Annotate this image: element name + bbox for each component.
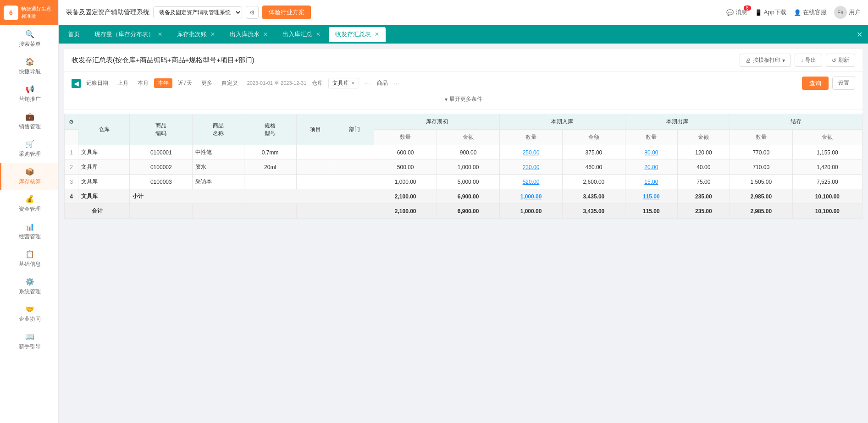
row-out-qty[interactable]: 80.00 <box>625 145 677 160</box>
sidebar-item-search[interactable]: 🔍搜索菜单 <box>0 25 58 53</box>
user-item[interactable]: Ea 用户 <box>834 6 861 19</box>
expand-down-icon: ▾ <box>445 96 448 103</box>
tab-bar-close[interactable]: ✕ <box>853 30 866 39</box>
tab-close-stock_summary[interactable]: ✕ <box>375 31 379 38</box>
subtotal-bal-amt: 10,100.00 <box>792 189 862 204</box>
row-out-amt: 40.00 <box>677 160 730 175</box>
app-download-item[interactable]: 📱 App下载 <box>755 8 786 16</box>
warehouse-dots[interactable]: ··· <box>365 80 371 87</box>
setting-button[interactable]: 设置 <box>832 77 855 90</box>
tab-stock_summary[interactable]: 收发存汇总表✕ <box>329 27 386 42</box>
date-btn-more[interactable]: 更多 <box>198 78 216 88</box>
expand-conditions-button[interactable]: ▾ 展开更多条件 <box>445 95 482 103</box>
row-out-qty[interactable]: 15.00 <box>625 175 677 189</box>
print-button[interactable]: 🖨 按模板打印 ▾ <box>740 54 791 67</box>
sidebar-item-finance[interactable]: 💰资金管理 <box>0 190 58 218</box>
sidebar-item-label: 企业协同 <box>19 315 41 323</box>
tab-inout_flow[interactable]: 出入库流水✕ <box>223 27 274 42</box>
row-open-qty: 600.00 <box>374 145 437 160</box>
sidebar-item-purchase[interactable]: 🛒采购管理 <box>0 135 58 163</box>
page-content: 收发存汇总表(按仓库+商品编码+商品+规格型号+项目+部门) 🖨 按模板打印 ▾… <box>59 44 868 423</box>
date-btn-this-month[interactable]: 本月 <box>134 78 152 88</box>
online-service-item[interactable]: 👤 在线客服 <box>794 8 827 16</box>
row-in-qty[interactable]: 250.00 <box>500 145 563 160</box>
row-num: 1 <box>65 145 78 160</box>
date-btn-this-year[interactable]: 本年 <box>154 78 172 88</box>
tab-home[interactable]: 首页 <box>61 27 86 42</box>
date-btn-7days[interactable]: 近7天 <box>174 78 196 88</box>
tab-close-inout_flow[interactable]: ✕ <box>263 31 268 38</box>
sidebar-item-label: 搜索菜单 <box>19 40 41 48</box>
sidebar-item-quick[interactable]: 🏠快捷导航 <box>0 53 58 80</box>
sidebar-item-label: 新手引导 <box>19 343 41 351</box>
sidebar-item-marketing[interactable]: 📢营销推广 <box>0 80 58 108</box>
table-area: ⚙ 仓库 商品编码 商品名称 规格型号 项目 部门 库存期初 本期入库 本期出库… <box>64 114 862 219</box>
sidebar-item-sales[interactable]: 💼销售管理 <box>0 108 58 135</box>
trial-button[interactable]: 体验行业方案 <box>262 5 311 19</box>
tab-close-batch_ledger[interactable]: ✕ <box>210 31 215 38</box>
tab-label-inout_flow: 出入库流水 <box>230 30 260 38</box>
tab-close-inventory_dist[interactable]: ✕ <box>158 31 162 38</box>
tab-inout_summary[interactable]: 出入库汇总✕ <box>276 27 327 42</box>
basic-icon: 📋 <box>25 250 34 258</box>
total-open-amt: 6,900.00 <box>437 204 500 219</box>
th-bal-amt: 金额 <box>792 130 862 145</box>
table-row: 1 文具库 0100001 中性笔 0.7mm 600.00 900.00 25… <box>65 145 862 160</box>
row-in-amt: 460.00 <box>562 160 625 175</box>
warehouse-label: 仓库 <box>312 79 323 87</box>
total-in-amt: 3,435.00 <box>562 204 625 219</box>
collapse-button[interactable]: ◀ <box>72 79 81 88</box>
refresh-button[interactable]: ↺ 刷新 <box>826 54 855 67</box>
total-out-qty: 115.00 <box>625 204 677 219</box>
goods-dots[interactable]: ··· <box>393 80 400 87</box>
message-item[interactable]: 💬 消息 6 <box>726 8 747 16</box>
online-service-label: 在线客服 <box>803 8 827 16</box>
query-button[interactable]: 查询 <box>802 77 829 90</box>
row-out-qty[interactable]: 20.00 <box>625 160 677 175</box>
sidebar-item-guide[interactable]: 📖新手引导 <box>0 328 58 355</box>
th-code: 商品编码 <box>130 114 193 145</box>
refresh-icon: ↺ <box>832 57 836 64</box>
th-warehouse: 仓库 <box>78 114 130 145</box>
row-name: 中性笔 <box>193 145 244 160</box>
subtotal-row: 4 文具库 小计 2,100.00 6,900.00 1,000.00 3,43… <box>65 189 862 204</box>
warehouse-filter-tag[interactable]: 文具库 ✕ <box>328 78 359 88</box>
sidebar-item-basic[interactable]: 📋基础信息 <box>0 245 58 273</box>
tab-close-inout_summary[interactable]: ✕ <box>316 31 321 38</box>
sidebar-item-label: 基础信息 <box>19 260 41 268</box>
export-button[interactable]: ↓ 导出 <box>795 54 822 67</box>
config-button[interactable]: ⚙ <box>246 6 259 19</box>
warehouse-tag-close[interactable]: ✕ <box>351 80 355 86</box>
subtotal-num: 4 <box>65 189 78 204</box>
tab-inventory_dist[interactable]: 现存量（库存分布表）✕ <box>88 27 169 42</box>
row-bal-amt: 1,420.00 <box>792 160 862 175</box>
row-open-amt: 1,000.00 <box>437 160 500 175</box>
print-icon: 🖨 <box>746 57 751 64</box>
row-name: 采访本 <box>193 175 244 189</box>
sidebar-item-collab[interactable]: 🤝企业协同 <box>0 300 58 328</box>
date-label: 记账日期 <box>86 79 108 87</box>
message-badge: 6 <box>744 5 751 11</box>
sidebar-item-label: 销售管理 <box>19 123 41 131</box>
warehouse-tag-text: 文具库 <box>332 79 349 87</box>
purchase-icon: 🛒 <box>25 140 34 148</box>
row-dept <box>335 160 374 175</box>
phone-icon: 📱 <box>755 9 762 16</box>
row-project <box>296 145 335 160</box>
row-in-qty[interactable]: 230.00 <box>500 160 563 175</box>
row-open-amt: 5,000.00 <box>437 175 500 189</box>
goods-label: 商品 <box>377 79 388 87</box>
tab-batch_ledger[interactable]: 库存批次账✕ <box>171 27 221 42</box>
system-select[interactable]: 装备及固定资产辅助管理系统 <box>153 6 242 18</box>
sidebar-item-label: 经营管理 <box>19 233 41 241</box>
sidebar-item-operation[interactable]: 📊经营管理 <box>0 218 58 245</box>
sidebar-menu: 🔍搜索菜单🏠快捷导航📢营销推广💼销售管理🛒采购管理📦库存核算💰资金管理📊经营管理… <box>0 25 58 423</box>
date-btn-last-month[interactable]: 上月 <box>114 78 132 88</box>
row-in-qty[interactable]: 520.00 <box>500 175 563 189</box>
th-gear[interactable]: ⚙ <box>65 114 78 130</box>
tab-label-inout_summary: 出入库汇总 <box>282 30 312 38</box>
th-period-in: 本期入库 <box>500 114 625 130</box>
sidebar-item-system[interactable]: ⚙️系统管理 <box>0 273 58 300</box>
date-btn-custom[interactable]: 自定义 <box>218 78 242 88</box>
sidebar-item-inventory[interactable]: 📦库存核算 <box>0 163 58 190</box>
